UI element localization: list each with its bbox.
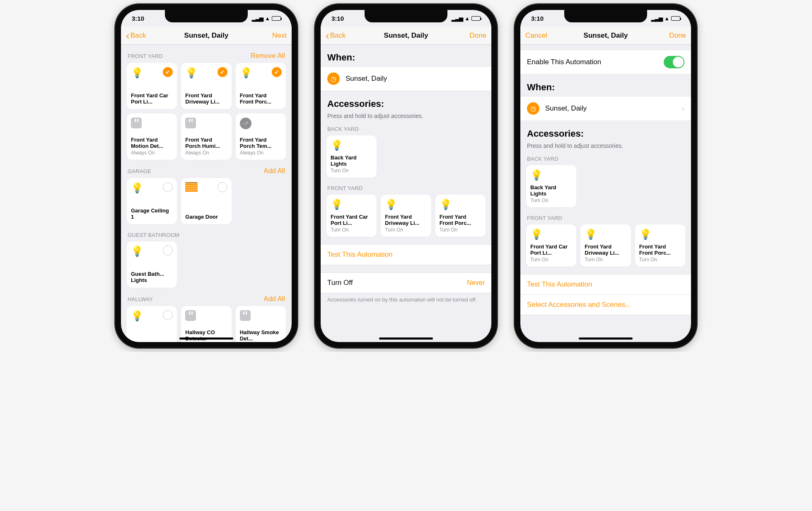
- tile-label: Front Yard Porch Humi...: [185, 137, 227, 149]
- section-header-hallway: HALLWAY Add All: [121, 288, 292, 306]
- phone-3: 3:10 Cancel Sunset, Daily Done Enable Th…: [515, 4, 697, 348]
- when-value: Sunset, Daily: [346, 75, 485, 83]
- accessory-tile[interactable]: --° Front Yard Porch Tem... Always On: [236, 113, 286, 160]
- tile-sub: Turn On: [585, 257, 626, 263]
- signal-icon: [651, 15, 662, 22]
- bulb-icon: 💡: [331, 140, 372, 151]
- section-label: BACK YARD: [527, 156, 558, 162]
- phone-1: 3:10 ‹ Back Sunset, Daily Next FRONT: [115, 4, 297, 348]
- screen-1: 3:10 ‹ Back Sunset, Daily Next FRONT: [121, 10, 292, 342]
- accessory-tile[interactable]: 💡 Hallway Ceiling: [127, 306, 177, 342]
- accessory-tile[interactable]: 💡 Front Yard Driveway Li... Turn On: [580, 224, 631, 267]
- section-label: FRONT YARD: [327, 185, 362, 191]
- accessory-tile[interactable]: Front Yard Motion Det... Always On: [127, 113, 177, 160]
- home-indicator[interactable]: [179, 337, 233, 340]
- bulb-icon: 💡: [530, 229, 572, 240]
- unselected-ring-icon: [163, 246, 173, 256]
- tile-label: Back Yard Lights: [530, 184, 572, 197]
- bulb-icon: 💡: [585, 229, 626, 240]
- status-icons: [252, 15, 281, 22]
- accessory-tile[interactable]: 💡 Back Yard Lights Turn On: [526, 165, 576, 207]
- clock-icon: ◷: [327, 72, 340, 85]
- accessory-tile[interactable]: Hallway CO Detector Always On: [181, 306, 231, 342]
- accessory-tile[interactable]: 💡 Front Yard Car Port Li... Turn On: [526, 224, 576, 267]
- checkmark-icon: ✓: [218, 67, 227, 77]
- tile-label: Front Yard Car Port Li...: [530, 243, 572, 256]
- accessory-tile[interactable]: 💡 Front Yard Front Porc... Turn On: [435, 195, 486, 237]
- bulb-icon: 💡: [530, 169, 572, 181]
- chevron-right-icon: ›: [682, 104, 684, 113]
- battery-icon: [671, 16, 680, 21]
- section-header-guest: GUEST BATHROOM: [121, 224, 292, 241]
- cancel-button[interactable]: Cancel: [525, 31, 547, 40]
- unselected-ring-icon: [163, 182, 173, 192]
- done-button[interactable]: Done: [669, 31, 686, 40]
- content-scroll[interactable]: When: ◷ Sunset, Daily Accessories: Press…: [321, 45, 491, 342]
- sensor-icon: [185, 310, 196, 321]
- section-label: FRONT YARD: [527, 215, 562, 221]
- bulb-icon: 💡: [131, 67, 143, 79]
- section-header-frontyard: FRONT YARD: [520, 207, 691, 224]
- accessory-tile[interactable]: 💡 ✓ Front Yard Driveway Li...: [181, 63, 231, 109]
- back-button[interactable]: ‹ Back: [326, 30, 346, 41]
- battery-icon: [272, 16, 281, 21]
- accessory-tile[interactable]: 💡 Back Yard Lights Turn On: [326, 135, 377, 178]
- tile-sub: Turn On: [639, 257, 681, 263]
- when-header: When:: [520, 75, 691, 96]
- tile-label: Back Yard Lights: [331, 154, 372, 167]
- add-all-button[interactable]: Add All: [264, 167, 285, 175]
- content-scroll[interactable]: FRONT YARD Remove All 💡 ✓ Front Yard Car…: [121, 45, 292, 342]
- tile-label: Guest Bath... Lights: [131, 271, 173, 284]
- turn-off-row[interactable]: Turn Off Never: [321, 272, 491, 293]
- when-row[interactable]: ◷ Sunset, Daily: [321, 66, 491, 91]
- wifi-icon: [464, 15, 470, 22]
- home-indicator[interactable]: [379, 337, 433, 340]
- section-label: GUEST BATHROOM: [128, 232, 179, 238]
- bulb-icon: 💡: [185, 67, 198, 79]
- accessories-sub: Press and hold to adjust accessories.: [321, 113, 491, 123]
- tile-label: Front Yard Front Porc...: [440, 214, 481, 227]
- select-accessories-button[interactable]: Select Accessories and Scenes...: [520, 295, 691, 315]
- accessory-tile[interactable]: 💡 ✓ Front Yard Car Port Li...: [127, 63, 177, 109]
- accessory-tile[interactable]: Garage Door: [181, 178, 231, 224]
- status-icons: [452, 15, 481, 22]
- accessory-tile[interactable]: Hallway Smoke Det... Always On: [236, 306, 286, 342]
- test-automation-button[interactable]: Test This Automation: [520, 274, 691, 295]
- done-button[interactable]: Done: [469, 31, 486, 40]
- remove-all-button[interactable]: Remove All: [251, 52, 285, 60]
- enable-toggle[interactable]: [664, 56, 684, 68]
- accessory-tile[interactable]: 💡 Front Yard Driveway Li... Turn On: [381, 195, 431, 237]
- accessory-tile[interactable]: 💡 Guest Bath... Lights: [127, 241, 177, 288]
- nav-bar: ‹ Back Sunset, Daily Done: [321, 27, 491, 45]
- tile-label: Front Yard Driveway Li...: [385, 214, 427, 227]
- section-header-backyard: BACK YARD: [321, 123, 491, 135]
- clock-icon: ◷: [527, 102, 539, 115]
- nav-bar: Cancel Sunset, Daily Done: [520, 27, 691, 45]
- enable-label: Enable This Automation: [527, 58, 658, 66]
- tile-label: Garage Ceiling 1: [131, 207, 173, 220]
- accessory-tile[interactable]: 💡 Front Yard Front Porc... Turn On: [635, 224, 685, 267]
- next-button[interactable]: Next: [272, 31, 287, 40]
- tile-label: Front Yard Front Porc...: [240, 92, 282, 105]
- status-time: 3:10: [132, 15, 144, 22]
- accessory-tile[interactable]: Front Yard Porch Humi... Always On: [181, 113, 231, 160]
- tile-label: Front Yard Front Porc...: [639, 243, 681, 256]
- enable-automation-row: Enable This Automation: [520, 50, 691, 75]
- accessory-tile[interactable]: 💡 ✓ Front Yard Front Porc...: [236, 63, 286, 109]
- when-row[interactable]: ◷ Sunset, Daily ›: [520, 96, 691, 121]
- accessory-tile[interactable]: 💡 Garage Ceiling 1: [127, 178, 177, 224]
- tile-sub: Turn On: [440, 227, 481, 233]
- when-value: Sunset, Daily: [545, 104, 676, 113]
- accessories-header: Accessories:: [520, 121, 691, 142]
- checkmark-icon: ✓: [272, 67, 282, 77]
- tile-label: Front Yard Driveway Li...: [585, 243, 626, 256]
- content-scroll[interactable]: Enable This Automation When: ◷ Sunset, D…: [520, 45, 691, 342]
- accessory-tile[interactable]: 💡 Front Yard Car Port Li... Turn On: [326, 195, 377, 237]
- home-indicator[interactable]: [579, 337, 633, 340]
- tile-sub: Turn On: [530, 257, 572, 263]
- when-header: When:: [321, 45, 491, 66]
- test-automation-button[interactable]: Test This Automation: [321, 244, 491, 265]
- tile-sub: Turn On: [385, 227, 427, 233]
- back-button[interactable]: ‹ Back: [126, 30, 146, 41]
- add-all-button[interactable]: Add All: [264, 295, 285, 303]
